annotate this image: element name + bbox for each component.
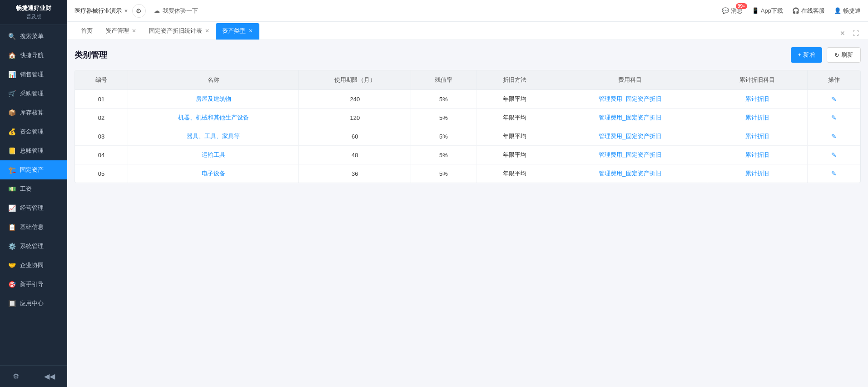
cell-accum[interactable]: 累计折旧	[707, 146, 807, 164]
experience-label: 我要体验一下	[163, 7, 198, 15]
sidebar-item-system[interactable]: ⚙️ 系统管理	[0, 237, 67, 256]
experience-button[interactable]: ☁ 我要体验一下	[149, 5, 203, 17]
sidebar-item-ledger[interactable]: 📒 总账管理	[0, 141, 67, 160]
sidebar-item-purchase[interactable]: 🛒 采购管理	[0, 84, 67, 103]
cell-expense[interactable]: 管理费用_固定资产折旧	[553, 90, 707, 109]
cloud-icon: ☁	[154, 7, 160, 14]
cell-name[interactable]: 运输工具	[128, 146, 298, 164]
funds-icon: 💰	[7, 127, 16, 136]
user-icon: 👤	[834, 7, 841, 14]
tab-home[interactable]: 首页	[74, 23, 99, 40]
cell-accum[interactable]: 累计折旧	[707, 109, 807, 127]
payroll-icon: 💵	[7, 184, 16, 194]
cell-residual: 5%	[411, 164, 476, 183]
cell-accum[interactable]: 累计折旧	[707, 90, 807, 109]
top-bar-right: 💬 消息 99+ 📱 App下载 🎧 在线客服 👤 畅捷通	[722, 7, 861, 15]
edit-button[interactable]: ✎	[831, 170, 837, 177]
cell-action: ✎	[807, 164, 860, 183]
cell-accum[interactable]: 累计折旧	[707, 127, 807, 146]
company-selector[interactable]: 医疗器械行业演示 ▼	[74, 7, 129, 15]
sidebar-item-enterprise[interactable]: 🤝 企业协同	[0, 256, 67, 275]
inventory-icon: 📦	[7, 108, 16, 117]
sidebar-item-label: 企业协同	[20, 261, 44, 269]
cell-action: ✎	[807, 109, 860, 127]
tab-depreciation-table[interactable]: 固定资产折旧统计表✕	[143, 23, 216, 40]
user-item[interactable]: 👤 畅捷通	[834, 7, 861, 15]
chevron-down-icon: ▼	[124, 8, 129, 14]
sidebar-item-funds[interactable]: 💰 资金管理	[0, 122, 67, 141]
app-center-icon: 🔲	[7, 299, 16, 308]
settings-button[interactable]: ⚙	[132, 4, 146, 18]
app-download-item[interactable]: 📱 App下载	[752, 7, 783, 15]
tab-asset-mgmt[interactable]: 资产管理✕	[99, 23, 143, 40]
sidebar-item-label: 基础信息	[20, 223, 44, 231]
sidebar: 畅捷通好业财 普及版 🔍 搜索菜单 🏠 快捷导航 📊 销售管理 🛒 采购管理 📦…	[0, 0, 67, 387]
cell-expense[interactable]: 管理费用_固定资产折旧	[553, 146, 707, 164]
cell-method: 年限平均	[476, 127, 553, 146]
online-service-item[interactable]: 🎧 在线客服	[792, 7, 825, 15]
maximize-icon[interactable]: ⛶	[851, 29, 861, 38]
user-label: 畅捷通	[843, 7, 861, 15]
top-bar: 医疗器械行业演示 ▼ ⚙ ☁ 我要体验一下 💬 消息 99+ 📱 App下载 🎧…	[67, 0, 868, 22]
sidebar-item-inventory[interactable]: 📦 库存核算	[0, 103, 67, 122]
col-header: 累计折旧科目	[707, 70, 807, 90]
table-container: 编号名称使用期限（月）残值率折旧方法费用科目累计折旧科目操作 01 房屋及建筑物…	[74, 70, 861, 183]
table-row: 05 电子设备 36 5% 年限平均 管理费用_固定资产折旧 累计折旧 ✎	[75, 164, 860, 183]
sidebar-item-label: 快捷导航	[20, 51, 44, 60]
quick-nav-icon: 🏠	[7, 51, 16, 60]
edit-button[interactable]: ✎	[831, 114, 837, 121]
tab-close-asset-mgmt[interactable]: ✕	[132, 28, 136, 34]
cell-name[interactable]: 机器、机械和其他生产设备	[128, 109, 298, 127]
edit-button[interactable]: ✎	[831, 95, 837, 103]
cell-name[interactable]: 房屋及建筑物	[128, 90, 298, 109]
table-body: 01 房屋及建筑物 240 5% 年限平均 管理费用_固定资产折旧 累计折旧 ✎…	[75, 90, 860, 183]
sidebar-item-label: 库存核算	[20, 109, 44, 117]
cell-expense[interactable]: 管理费用_固定资产折旧	[553, 127, 707, 146]
close-tab-icon[interactable]: ✕	[838, 29, 847, 38]
sidebar-item-search[interactable]: 🔍 搜索菜单	[0, 27, 67, 46]
sidebar-item-fixed-assets[interactable]: 🏗️ 固定资产	[0, 160, 67, 179]
sidebar-item-payroll[interactable]: 💵 工资	[0, 179, 67, 198]
notification-icon: 💬	[722, 7, 729, 14]
beginner-icon: 🎯	[7, 280, 16, 289]
tab-close-depreciation-table[interactable]: ✕	[205, 28, 209, 34]
tab-label: 资产管理	[105, 27, 129, 35]
cell-name[interactable]: 器具、工具、家具等	[128, 127, 298, 146]
sales-icon: 📊	[7, 70, 16, 79]
online-service-label: 在线客服	[801, 7, 825, 15]
sidebar-item-basic-info[interactable]: 📋 基础信息	[0, 218, 67, 237]
operation-icon: 📈	[7, 203, 16, 213]
tab-label: 首页	[81, 27, 93, 35]
tab-close-asset-type[interactable]: ✕	[248, 28, 253, 34]
cell-method: 年限平均	[476, 164, 553, 183]
sidebar-item-app-center[interactable]: 🔲 应用中心	[0, 294, 67, 313]
table-row: 03 器具、工具、家具等 60 5% 年限平均 管理费用_固定资产折旧 累计折旧…	[75, 127, 860, 146]
cell-months: 36	[299, 164, 411, 183]
cell-code: 01	[75, 90, 128, 109]
tab-asset-type[interactable]: 资产类型✕	[216, 23, 259, 40]
sidebar-item-label: 搜索菜单	[20, 32, 44, 40]
app-version: 普及版	[26, 13, 41, 20]
category-table: 编号名称使用期限（月）残值率折旧方法费用科目累计折旧科目操作 01 房屋及建筑物…	[75, 70, 860, 183]
cell-action: ✎	[807, 90, 860, 109]
cell-accum[interactable]: 累计折旧	[707, 164, 807, 183]
sidebar-item-beginner[interactable]: 🎯 新手引导	[0, 275, 67, 294]
new-button[interactable]: + 新增	[791, 47, 822, 63]
cell-expense[interactable]: 管理费用_固定资产折旧	[553, 109, 707, 127]
settings-footer-icon[interactable]: ⚙	[9, 370, 23, 382]
content-area: 类别管理 + 新增 ↻ 刷新 编号名称使用期限（月）残值率折旧方法费用科目累计折…	[67, 40, 868, 387]
cell-code: 02	[75, 109, 128, 127]
collapse-icon[interactable]: ◀◀	[40, 370, 59, 382]
sidebar-item-quick-nav[interactable]: 🏠 快捷导航	[0, 46, 67, 65]
edit-button[interactable]: ✎	[831, 151, 837, 159]
sidebar-item-operation[interactable]: 📈 经营管理	[0, 198, 67, 218]
cell-name[interactable]: 电子设备	[128, 164, 298, 183]
sidebar-item-label: 总账管理	[20, 147, 44, 155]
edit-button[interactable]: ✎	[831, 133, 837, 140]
sidebar-item-sales[interactable]: 📊 销售管理	[0, 65, 67, 84]
cell-expense[interactable]: 管理费用_固定资产折旧	[553, 164, 707, 183]
notification-item[interactable]: 💬 消息 99+	[722, 7, 743, 15]
refresh-button[interactable]: ↻ 刷新	[827, 47, 861, 63]
table-header: 编号名称使用期限（月）残值率折旧方法费用科目累计折旧科目操作	[75, 70, 860, 90]
cell-action: ✎	[807, 127, 860, 146]
